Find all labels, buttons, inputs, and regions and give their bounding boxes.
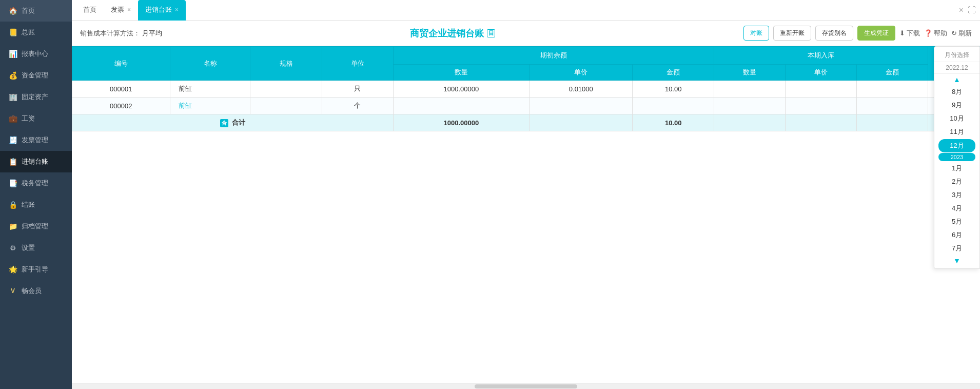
sidebar-item-assets[interactable]: 🏢 固定资产 — [0, 86, 72, 108]
month-item-4[interactable]: 4月 — [934, 202, 979, 215]
total-qc-price — [530, 114, 633, 131]
reopen-button[interactable]: 重新开账 — [773, 26, 811, 41]
member-icon: V — [8, 287, 17, 295]
cell-unit: 只 — [322, 81, 393, 98]
tab-home[interactable]: 首页 — [76, 0, 104, 21]
sidebar-item-funds[interactable]: 💰 资金管理 — [0, 65, 72, 86]
title-info-icon[interactable]: 目 — [487, 29, 495, 37]
total-qc-amount: 10.00 — [633, 114, 714, 131]
month-item-1[interactable]: 1月 — [934, 162, 979, 175]
total-rk-amount — [857, 114, 928, 131]
sidebar-item-salary[interactable]: 💼 工资 — [0, 108, 72, 129]
scroll-down-button[interactable]: ▼ — [934, 255, 979, 266]
sidebar-item-settings[interactable]: ⚙ 设置 — [0, 237, 72, 259]
month-item-10[interactable]: 10月 — [934, 112, 979, 125]
cell-qc-price: 0.01000 — [530, 81, 633, 98]
col-sub-qc-qty: 数量 — [393, 65, 529, 81]
settings-icon: ⚙ — [8, 244, 17, 252]
close-purchase-sale-tab[interactable]: × — [175, 6, 179, 13]
sidebar-item-invoices[interactable]: 🧾 发票管理 — [0, 129, 72, 151]
main-table: 编号 名称 规格 单位 期初余额 本期入库 数 数量 单价 金额 数 — [72, 46, 980, 131]
col-sub-rk-amount: 金额 — [857, 65, 928, 81]
duizhang-button[interactable]: 对账 — [743, 26, 769, 41]
month-item-2[interactable]: 2月 — [934, 175, 979, 188]
col-header-unit: 单位 — [322, 47, 393, 81]
download-icon: ⬇ — [899, 29, 905, 37]
sidebar-item-tax[interactable]: 📑 税务管理 — [0, 172, 72, 194]
refresh-button[interactable]: ↻ 刷新 — [951, 29, 972, 38]
total-rk-qty — [714, 114, 785, 131]
funds-icon: 💰 — [8, 71, 17, 80]
col-header-name: 名称 — [170, 47, 250, 81]
toolbar: 销售成本计算方法： 月平均 商贸企业进销台账 目 对账 重新开账 存货别名 生成… — [72, 21, 980, 46]
sidebar: 🏠 首页 📒 总账 📊 报表中心 💰 资金管理 🏢 固定资产 💼 工资 🧾 发票… — [0, 0, 72, 389]
close-window-button[interactable]: × — [959, 6, 964, 15]
month-item-8[interactable]: 8月 — [934, 85, 979, 99]
tab-bar: 首页 发票 × 进销台账 × × ⛶ — [72, 0, 980, 21]
cell-qc-price — [530, 98, 633, 114]
closing-icon: 🔒 — [8, 201, 17, 209]
cell-rk-qty — [714, 81, 785, 98]
month-panel: 月份选择 2022.12 ▲ 8月 9月 10月 11月 12月 2023 1月… — [934, 46, 980, 269]
month-item-3[interactable]: 3月 — [934, 188, 979, 202]
month-panel-title: 月份选择 — [934, 49, 979, 62]
toolbar-actions: 对账 重新开账 存货别名 生成凭证 ⬇ 下载 ❓ 帮助 ↻ 刷新 — [743, 26, 972, 41]
window-controls: × ⛶ — [959, 6, 976, 15]
total-label-cell: 合 合计 — [72, 114, 394, 131]
col-sub-rk-qty: 数量 — [714, 65, 785, 81]
year-label: 2022.12 — [934, 62, 979, 74]
col-header-spec: 规格 — [250, 47, 322, 81]
close-invoice-tab[interactable]: × — [127, 6, 131, 13]
sidebar-item-guide[interactable]: 🌟 新手引导 — [0, 259, 72, 280]
sidebar-item-archive[interactable]: 📁 归档管理 — [0, 216, 72, 237]
table-wrapper: 编号 名称 规格 单位 期初余额 本期入库 数 数量 单价 金额 数 — [72, 46, 980, 383]
month-item-12[interactable]: 12月 — [938, 139, 975, 152]
bottom-scrollbar[interactable] — [72, 383, 980, 389]
month-item-11[interactable]: 11月 — [934, 125, 979, 139]
cell-unit: 个 — [322, 98, 393, 114]
scroll-up-button[interactable]: ▲ — [934, 74, 979, 85]
cost-method-info: 销售成本计算方法： 月平均 — [80, 29, 162, 38]
generate-voucher-button[interactable]: 生成凭证 — [857, 26, 895, 41]
sidebar-item-ledger[interactable]: 📒 总账 — [0, 22, 72, 43]
tax-icon: 📑 — [8, 179, 17, 187]
help-button[interactable]: ❓ 帮助 — [924, 29, 947, 38]
cell-name: 前缸 — [170, 81, 250, 98]
tab-purchase-sale[interactable]: 进销台账 × — [138, 0, 186, 21]
content-area: 销售成本计算方法： 月平均 商贸企业进销台账 目 对账 重新开账 存货别名 生成… — [72, 21, 980, 389]
guide-icon: 🌟 — [8, 265, 17, 274]
sidebar-item-closing[interactable]: 🔒 结账 — [0, 194, 72, 216]
sidebar-item-purchase-sale[interactable]: 📋 进销台账 — [0, 151, 72, 172]
col-sub-qc-amount: 金额 — [633, 65, 714, 81]
month-item-9[interactable]: 9月 — [934, 99, 979, 112]
total-icon: 合 — [220, 119, 228, 127]
month-item-5[interactable]: 5月 — [934, 215, 979, 228]
salary-icon: 💼 — [8, 114, 17, 123]
cell-rk-amount — [857, 98, 928, 114]
invoices-icon: 🧾 — [8, 136, 17, 144]
tab-invoice[interactable]: 发票 × — [104, 0, 138, 21]
cell-rk-price — [786, 81, 857, 98]
download-button[interactable]: ⬇ 下载 — [899, 29, 920, 38]
sidebar-item-reports[interactable]: 📊 报表中心 — [0, 43, 72, 65]
scrollbar-thumb — [475, 384, 577, 388]
save-alias-button[interactable]: 存货别名 — [815, 26, 853, 41]
cell-name: 前缸 — [170, 98, 250, 114]
total-row: 合 合计 1000.00000 10.00 — [72, 114, 980, 131]
purchase-sale-icon: 📋 — [8, 158, 17, 166]
month-item-7[interactable]: 7月 — [934, 242, 979, 255]
help-icon: ❓ — [924, 29, 932, 37]
sidebar-item-member[interactable]: V 畅会员 — [0, 280, 72, 302]
main-area: 首页 发票 × 进销台账 × × ⛶ 销售成本计算方法： 月平均 商贸企业进销台… — [72, 0, 980, 389]
month-item-6[interactable]: 6月 — [934, 228, 979, 242]
col-header-code: 编号 — [72, 47, 170, 81]
col-sub-rk-price: 单价 — [786, 65, 857, 81]
maximize-window-button[interactable]: ⛶ — [968, 6, 976, 15]
sidebar-item-home[interactable]: 🏠 首页 — [0, 0, 72, 22]
total-qc-qty: 1000.00000 — [393, 114, 529, 131]
table-row: 000002 前缸 个 — [72, 98, 980, 114]
cell-qc-qty — [393, 98, 529, 114]
col-group-qc: 期初余额 — [393, 47, 714, 65]
table-row: 000001 前缸 只 1000.00000 0.01000 10.00 — [72, 81, 980, 98]
cell-spec — [250, 81, 322, 98]
